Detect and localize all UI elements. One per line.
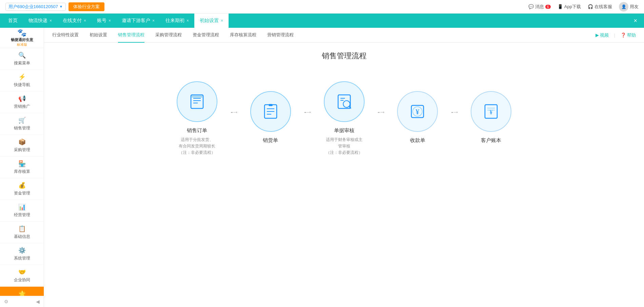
flow-circle-invoice[interactable] [250,91,291,132]
nav-close-all[interactable]: × [629,17,641,24]
online-service-item[interactable]: 🎧 在线客服 [588,4,612,10]
nav-home[interactable]: 首页 [3,14,23,28]
sidebar-item-inventory[interactable]: 🏪 库存核算 [0,157,44,178]
nav-logistics-close[interactable]: × [50,18,52,23]
sidebar-item-purchase[interactable]: 📦 采购管理 [0,135,44,157]
user-label: 用户690企业1660120507 [8,4,58,10]
sidebar-item-search[interactable]: 🔍 搜索菜单 [0,48,44,70]
subtab-sales-flow[interactable]: 销售管理流程 [118,28,144,43]
sub-tabs-right: ▶ 视频 | ❓ 帮助 [596,32,636,38]
nav-init-close[interactable]: × [221,18,223,23]
sidebar-enterprise-label: 企业协同 [14,277,30,283]
settings-icon[interactable]: ⚙ [4,299,8,304]
nav-init-label: 初始设置 [200,18,219,24]
flow-label-receipt: 收款单 [410,137,425,144]
message-badge: 6 [545,5,551,9]
page-body: 销售管理流程 销售订单 适用于分批发货、有合同 [44,43,644,307]
message-label: 消息 [535,4,544,10]
sidebar-sales-label: 销售管理 [14,125,30,131]
nav-init[interactable]: 初始设置 × [194,14,229,28]
subtab-purchase-flow[interactable]: 采购管理流程 [155,28,182,43]
subtab-finance-flow[interactable]: 资金管理流程 [193,28,219,43]
sidebar-finance-label: 资金管理 [14,190,30,196]
main-nav: 首页 物流快递 × 在线支付 × 账号 × 邀请下游客户 × 往来期初 × 初始… [0,14,644,28]
video-link[interactable]: ▶ 视频 [596,32,609,38]
sidebar: 🐾 畅捷通好生意 标准版 🔍 搜索菜单 ⚡ 快捷导航 📢 营销推广 🛒 销售管理 [0,28,44,307]
nav-account[interactable]: 账号 × [92,14,116,28]
video-icon: ▶ [596,33,599,38]
flow-label-invoice: 销货单 [263,137,278,144]
flow-circle-audit[interactable] [324,81,365,122]
nav-invite[interactable]: 邀请下游客户 × [116,14,160,28]
baseinfo-icon: 📋 [18,225,26,232]
headset-icon: 🎧 [588,4,593,9]
flow-circle-receipt[interactable]: ¥ [397,91,438,132]
sidebar-item-operations[interactable]: 📊 经营管理 [0,200,44,222]
close-all-icon: × [633,17,637,24]
sidebar-bottom: ⚙ ◀ [0,296,44,307]
nav-account-close[interactable]: × [109,18,111,23]
flow-arrow-3: ···→ [377,108,385,129]
top-bar-left: 用户690企业1660120507 ▼ 体验行业方案 [5,2,104,11]
subtab-init[interactable]: 初始设置 [90,28,107,43]
subtab-inventory-flow[interactable]: 库存核算流程 [230,28,256,43]
flow-label-order: 销售订单 [187,127,207,134]
top-bar-right: 💬 消息 6 📱 App下载 🎧 在线客服 👤 用友 [528,2,639,12]
flow-step-receipt: ¥ 收款单 [387,91,448,146]
nav-payment[interactable]: 在线支付 × [57,14,92,28]
svg-text:¥: ¥ [416,107,419,116]
nav-period-close[interactable]: × [187,18,189,23]
nav-invite-close[interactable]: × [152,18,155,23]
finance-icon: 💰 [18,182,26,189]
service-label: 在线客服 [594,4,612,10]
nav-period[interactable]: 往来期初 × [160,14,194,28]
sidebar-item-finance[interactable]: 💰 资金管理 [0,178,44,200]
enterprise-icon: 🤝 [18,268,26,276]
quicknav-icon: ⚡ [18,73,26,81]
nav-account-label: 账号 [97,18,106,24]
sidebar-search-label: 搜索菜单 [14,60,30,66]
app-icon: 📱 [558,4,563,9]
nav-payment-close[interactable]: × [84,18,86,23]
flow-step-audit: 单据审核 适用于财务审核或主管审核（注：非必要流程） [314,81,375,156]
avatar: 👤 [619,2,628,12]
sidebar-item-quicknav[interactable]: ⚡ 快捷导航 [0,70,44,91]
trial-button[interactable]: 体验行业方案 [69,2,104,11]
flow-desc-audit: 适用于财务审核或主管审核（注：非必要流程） [326,137,363,156]
top-bar: 用户690企业1660120507 ▼ 体验行业方案 💬 消息 6 📱 App下… [0,0,644,14]
sidebar-system-label: 系统管理 [14,255,30,261]
sidebar-item-baseinfo[interactable]: 📋 基础信息 [0,222,44,243]
flow-arrow-4: ···→ [451,108,458,129]
sidebar-item-marketing[interactable]: 📢 营销推广 [0,91,44,113]
nav-logistics[interactable]: 物流快递 × [23,14,57,28]
user-select[interactable]: 用户690企业1660120507 ▼ [5,3,66,11]
sidebar-quicknav-label: 快捷导航 [14,82,30,88]
sidebar-item-sales[interactable]: 🛒 销售管理 [0,113,44,135]
sidebar-item-newguide[interactable]: 🌟 新手引导 [0,287,44,296]
sidebar-logo: 🐾 畅捷通好生意 标准版 [0,28,44,48]
sales-icon: 🛒 [18,117,26,124]
subtab-marketing-flow[interactable]: 营销管理流程 [267,28,294,43]
message-icon: 💬 [528,4,534,9]
inventory-icon: 🏪 [18,160,26,167]
collapse-icon[interactable]: ◀ [36,299,40,304]
subtab-industry[interactable]: 行业特性设置 [52,28,79,43]
chevron-down-icon: ▼ [59,5,63,8]
flow-circle-order[interactable] [177,81,217,122]
page-title: 销售管理流程 [52,51,636,61]
layout: 🐾 畅捷通好生意 标准版 🔍 搜索菜单 ⚡ 快捷导航 📢 营销推广 🛒 销售管理 [0,28,644,307]
flow-step-invoice: 销货单 [240,91,301,146]
sidebar-item-enterprise[interactable]: 🤝 企业协同 [0,265,44,287]
flow-circle-ledger[interactable]: ¥ [471,91,511,132]
nav-invite-label: 邀请下游客户 [122,18,150,24]
user-avatar-item[interactable]: 👤 用友 [619,2,639,12]
help-link[interactable]: ❓ 帮助 [621,32,636,38]
sidebar-item-system[interactable]: ⚙️ 系统管理 [0,243,44,265]
message-item[interactable]: 💬 消息 6 [528,4,551,10]
app-label: App下载 [564,4,581,10]
flow-step-order: 销售订单 适用于分批发货、有合同发货周期较长（注：非必要流程） [167,81,228,156]
flow-arrow-1: ···→ [230,108,237,129]
app-download-item[interactable]: 📱 App下载 [558,4,581,10]
svg-rect-4 [192,96,202,98]
help-icon: ❓ [621,33,626,38]
